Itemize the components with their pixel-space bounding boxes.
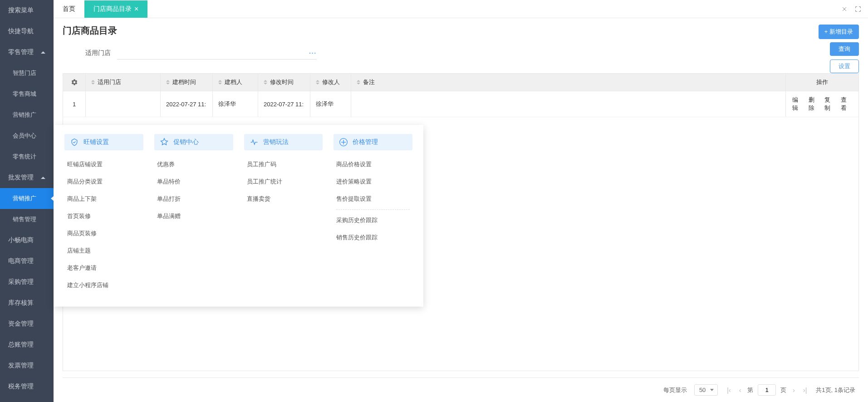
sort-icon bbox=[316, 80, 319, 84]
column-settings[interactable] bbox=[63, 74, 86, 91]
th-modifier[interactable]: 修改人 bbox=[310, 74, 351, 91]
chevron-up-icon bbox=[41, 177, 45, 179]
sidebar-item-16[interactable]: 总账管理 bbox=[0, 334, 54, 355]
flyout-item[interactable]: 旺铺店铺设置 bbox=[64, 156, 143, 173]
filter-more-icon[interactable]: ··· bbox=[309, 50, 317, 56]
flyout-item[interactable]: 采购历史价跟踪 bbox=[333, 212, 412, 229]
row-action-view[interactable]: 查看 bbox=[840, 96, 853, 112]
sidebar-item-6[interactable]: 会员中心 bbox=[0, 125, 54, 146]
flyout-item[interactable]: 店铺主题 bbox=[64, 242, 143, 259]
sidebar-settings[interactable] bbox=[0, 397, 54, 402]
close-icon[interactable] bbox=[841, 5, 848, 13]
sidebar-item-17[interactable]: 发票管理 bbox=[0, 355, 54, 376]
flyout-column-3: 价格管理商品价格设置进价策略设置售价提取设置采购历史价跟踪销售历史价跟踪 bbox=[333, 134, 412, 294]
flyout-item[interactable]: 售价提取设置 bbox=[333, 190, 412, 208]
page-size-select[interactable]: 50 bbox=[694, 384, 718, 396]
flyout-item[interactable]: 老客户邀请 bbox=[64, 259, 143, 277]
flyout-item[interactable]: 单品特价 bbox=[154, 173, 233, 190]
page-last[interactable]: ›| bbox=[801, 386, 809, 395]
sidebar-item-11[interactable]: 小畅电商 bbox=[0, 230, 54, 251]
sidebar-item-8[interactable]: 批发管理 bbox=[0, 167, 54, 188]
table-row[interactable]: 12022-07-27 11:徐泽华2022-07-27 11:徐泽华编辑删除复… bbox=[63, 91, 858, 117]
sidebar-item-4[interactable]: 零售商城 bbox=[0, 84, 54, 104]
sort-icon bbox=[357, 80, 360, 84]
flyout-item[interactable]: 商品页装修 bbox=[64, 225, 143, 242]
sidebar-item-label: 会员中心 bbox=[13, 132, 36, 140]
row-action-copy[interactable]: 复制 bbox=[824, 96, 837, 112]
sidebar-item-9[interactable]: 营销推广 bbox=[0, 188, 54, 209]
sidebar-item-label: 总账管理 bbox=[8, 341, 34, 349]
sidebar-item-7[interactable]: 零售统计 bbox=[0, 146, 54, 167]
row-action-edit[interactable]: 编辑 bbox=[791, 96, 805, 112]
flyout-item[interactable]: 优惠券 bbox=[154, 156, 233, 173]
sidebar-item-5[interactable]: 营销推广 bbox=[0, 104, 54, 125]
filter-store-input-wrap[interactable]: ··· bbox=[117, 47, 317, 60]
sidebar-item-label: 采购管理 bbox=[8, 278, 34, 286]
sidebar-item-3[interactable]: 智慧门店 bbox=[0, 63, 54, 84]
sidebar-item-2[interactable]: 零售管理 bbox=[0, 42, 54, 63]
sidebar-item-label: 批发管理 bbox=[8, 174, 34, 182]
th-created[interactable]: 建档时间 bbox=[161, 74, 213, 91]
th-creator[interactable]: 建档人 bbox=[213, 74, 258, 91]
sidebar-item-label: 零售商城 bbox=[13, 90, 36, 98]
row-action-delete[interactable]: 删除 bbox=[808, 96, 821, 112]
flyout-item[interactable]: 员工推广统计 bbox=[244, 173, 323, 190]
th-remark[interactable]: 备注 bbox=[351, 74, 786, 91]
flyout-header-icon bbox=[160, 138, 169, 147]
sidebar-item-label: 搜索菜单 bbox=[8, 6, 34, 15]
tab-0[interactable]: 首页 bbox=[54, 0, 84, 18]
sidebar-item-label: 营销推广 bbox=[13, 111, 36, 119]
gear-icon bbox=[71, 79, 78, 86]
flyout-column-1: 促销中心优惠券单品特价单品打折单品满赠 bbox=[154, 134, 233, 294]
flyout-item[interactable]: 单品满赠 bbox=[154, 208, 233, 225]
sidebar-item-12[interactable]: 电商管理 bbox=[0, 251, 54, 272]
flyout-header: 旺铺设置 bbox=[64, 134, 143, 150]
page-title: 门店商品目录 bbox=[63, 25, 117, 37]
sidebar-item-1[interactable]: 快捷导航 bbox=[0, 21, 54, 42]
flyout-item[interactable]: 商品上下架 bbox=[64, 190, 143, 208]
page-input[interactable] bbox=[758, 384, 776, 396]
flyout-item[interactable]: 首页装修 bbox=[64, 208, 143, 225]
page-next[interactable]: › bbox=[791, 386, 797, 395]
page-summary: 共1页, 1条记录 bbox=[816, 386, 855, 394]
sidebar-item-0[interactable]: 搜索菜单 bbox=[0, 0, 54, 21]
page-prev[interactable]: ‹ bbox=[737, 386, 743, 395]
flyout-item[interactable]: 进价策略设置 bbox=[333, 173, 412, 190]
sidebar-item-label: 营销推广 bbox=[13, 194, 36, 203]
sidebar-item-15[interactable]: 资金管理 bbox=[0, 313, 54, 334]
flyout-item[interactable]: 商品分类设置 bbox=[64, 173, 143, 190]
sidebar-item-label: 库存核算 bbox=[8, 299, 34, 307]
sidebar: 搜索菜单快捷导航零售管理智慧门店零售商城营销推广会员中心零售统计批发管理营销推广… bbox=[0, 0, 54, 402]
query-button[interactable]: 查询 bbox=[830, 42, 859, 56]
sidebar-item-18[interactable]: 税务管理 bbox=[0, 376, 54, 397]
th-actions: 操作 bbox=[786, 74, 858, 91]
page-suffix: 页 bbox=[780, 386, 786, 394]
sidebar-item-label: 税务管理 bbox=[8, 382, 34, 391]
tab-1[interactable]: 门店商品目录× bbox=[84, 0, 147, 18]
flyout-header: 营销玩法 bbox=[244, 134, 323, 150]
add-catalog-button[interactable]: + 新增目录 bbox=[819, 25, 859, 39]
flyout-header: 价格管理 bbox=[333, 134, 412, 150]
sidebar-item-label: 小畅电商 bbox=[8, 236, 34, 244]
th-store[interactable]: 适用门店 bbox=[86, 74, 161, 91]
page-prefix: 第 bbox=[747, 386, 753, 394]
sidebar-item-13[interactable]: 采购管理 bbox=[0, 272, 54, 293]
flyout-item[interactable]: 销售历史价跟踪 bbox=[333, 229, 412, 246]
sidebar-item-label: 快捷导航 bbox=[8, 27, 34, 35]
sidebar-item-14[interactable]: 库存核算 bbox=[0, 293, 54, 313]
fullscreen-icon[interactable] bbox=[854, 5, 862, 13]
th-modified[interactable]: 修改时间 bbox=[258, 74, 310, 91]
flyout-item[interactable]: 直播卖货 bbox=[244, 190, 323, 208]
sidebar-item-label: 发票管理 bbox=[8, 362, 34, 370]
tab-close-icon[interactable]: × bbox=[134, 5, 138, 13]
flyout-item[interactable]: 单品打折 bbox=[154, 190, 233, 208]
flyout-header-icon bbox=[339, 138, 348, 147]
pagination: 每页显示 50 |‹ ‹ 第 页 › ›| 共1页, 1条记录 bbox=[63, 377, 859, 396]
sidebar-item-10[interactable]: 销售管理 bbox=[0, 209, 54, 230]
flyout-item[interactable]: 建立小程序店铺 bbox=[64, 277, 143, 294]
filter-store-input[interactable] bbox=[117, 50, 309, 56]
settings-button[interactable]: 设置 bbox=[830, 60, 859, 73]
flyout-item[interactable]: 商品价格设置 bbox=[333, 156, 412, 173]
page-first[interactable]: |‹ bbox=[725, 386, 732, 395]
flyout-item[interactable]: 员工推广码 bbox=[244, 156, 323, 173]
